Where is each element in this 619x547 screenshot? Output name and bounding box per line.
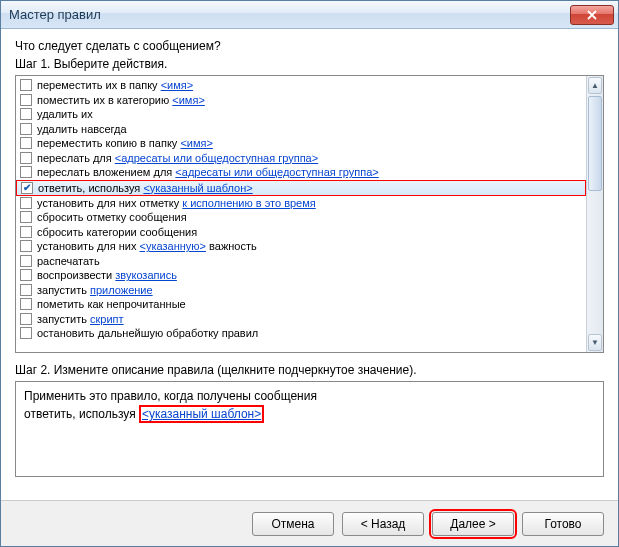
action-row[interactable]: остановить дальнейшую обработку правил — [16, 326, 586, 341]
description-line2: ответить, используя <указанный шаблон> — [24, 405, 595, 423]
scrollbar[interactable]: ▲ ▼ — [586, 76, 603, 352]
action-row[interactable]: удалить навсегда — [16, 122, 586, 137]
action-checkbox[interactable] — [20, 226, 32, 238]
action-checkbox[interactable] — [20, 108, 32, 120]
action-row[interactable]: удалить их — [16, 107, 586, 122]
actions-list-container: переместить их в папку <имя>поместить их… — [15, 75, 604, 353]
description-box: Применить это правило, когда получены со… — [15, 381, 604, 477]
titlebar: Мастер правил — [1, 1, 618, 29]
action-label: переслать вложением для <адресаты или об… — [37, 165, 379, 179]
action-checkbox[interactable] — [20, 152, 32, 164]
action-label: сбросить отметку сообщения — [37, 210, 187, 224]
action-checkbox[interactable] — [20, 137, 32, 149]
step2-label: Шаг 2. Измените описание правила (щелкни… — [15, 363, 604, 377]
action-row[interactable]: распечатать — [16, 254, 586, 269]
action-link[interactable]: <указанный шаблон> — [143, 182, 252, 194]
scroll-up-button[interactable]: ▲ — [588, 77, 602, 94]
action-row[interactable]: установить для них <указанную> важность — [16, 239, 586, 254]
action-checkbox[interactable] — [20, 298, 32, 310]
footer: Отмена < Назад Далее > Готово — [1, 500, 618, 546]
action-checkbox[interactable] — [20, 79, 32, 91]
action-label: удалить их — [37, 107, 93, 121]
action-link[interactable]: к исполнению в это время — [182, 197, 315, 209]
action-link[interactable]: <имя> — [180, 137, 213, 149]
action-checkbox[interactable] — [20, 197, 32, 209]
action-row[interactable]: запустить скрипт — [16, 312, 586, 327]
action-link[interactable]: <адресаты или общедоступная группа> — [175, 166, 378, 178]
action-row[interactable]: ответить, используя <указанный шаблон> — [16, 180, 586, 196]
action-checkbox[interactable] — [20, 123, 32, 135]
window-title: Мастер правил — [9, 7, 570, 22]
action-row[interactable]: переместить копию в папку <имя> — [16, 136, 586, 151]
cancel-button[interactable]: Отмена — [252, 512, 334, 536]
action-checkbox[interactable] — [20, 327, 32, 339]
action-label: поместить их в категорию <имя> — [37, 93, 205, 107]
action-checkbox[interactable] — [20, 313, 32, 325]
action-label: переместить их в папку <имя> — [37, 78, 193, 92]
action-link[interactable]: <адресаты или общедоступная группа> — [115, 152, 318, 164]
action-checkbox[interactable] — [20, 94, 32, 106]
action-checkbox[interactable] — [20, 255, 32, 267]
step1-label: Шаг 1. Выберите действия. — [15, 57, 604, 71]
action-label: запустить приложение — [37, 283, 153, 297]
action-link[interactable]: приложение — [90, 284, 153, 296]
action-link[interactable]: <указанную> — [140, 240, 206, 252]
action-label: воспроизвести звукозапись — [37, 268, 177, 282]
action-row[interactable]: воспроизвести звукозапись — [16, 268, 586, 283]
action-row[interactable]: сбросить категории сообщения — [16, 225, 586, 240]
action-label: сбросить категории сообщения — [37, 225, 197, 239]
action-checkbox[interactable] — [21, 182, 33, 194]
prompt-text: Что следует сделать с сообщением? — [15, 39, 604, 53]
finish-button[interactable]: Готово — [522, 512, 604, 536]
action-label: пометить как непрочитанные — [37, 297, 186, 311]
action-label: установить для них <указанную> важность — [37, 239, 257, 253]
action-link[interactable]: <имя> — [161, 79, 194, 91]
action-row[interactable]: пометить как непрочитанные — [16, 297, 586, 312]
scroll-track[interactable] — [587, 95, 603, 333]
back-button[interactable]: < Назад — [342, 512, 424, 536]
action-link[interactable]: скрипт — [90, 313, 124, 325]
template-link[interactable]: <указанный шаблон> — [142, 407, 261, 421]
action-checkbox[interactable] — [20, 166, 32, 178]
action-label: удалить навсегда — [37, 122, 127, 136]
action-label: переместить копию в папку <имя> — [37, 136, 213, 150]
action-link[interactable]: <имя> — [172, 94, 205, 106]
close-icon — [587, 10, 597, 20]
actions-list[interactable]: переместить их в папку <имя>поместить их… — [16, 76, 586, 352]
action-row[interactable]: переслать для <адресаты или общедоступна… — [16, 151, 586, 166]
action-checkbox[interactable] — [20, 284, 32, 296]
action-checkbox[interactable] — [20, 269, 32, 281]
action-label: остановить дальнейшую обработку правил — [37, 326, 258, 340]
action-row[interactable]: переслать вложением для <адресаты или об… — [16, 165, 586, 180]
action-label: распечатать — [37, 254, 100, 268]
action-label: запустить скрипт — [37, 312, 124, 326]
action-row[interactable]: переместить их в папку <имя> — [16, 78, 586, 93]
scroll-thumb[interactable] — [588, 96, 602, 191]
action-label: переслать для <адресаты или общедоступна… — [37, 151, 318, 165]
next-button[interactable]: Далее > — [432, 512, 514, 536]
action-row[interactable]: поместить их в категорию <имя> — [16, 93, 586, 108]
action-checkbox[interactable] — [20, 240, 32, 252]
action-label: установить для них отметку к исполнению … — [37, 196, 316, 210]
scroll-down-button[interactable]: ▼ — [588, 334, 602, 351]
action-checkbox[interactable] — [20, 211, 32, 223]
description-line1: Применить это правило, когда получены со… — [24, 388, 595, 405]
close-button[interactable] — [570, 5, 614, 25]
action-row[interactable]: установить для них отметку к исполнению … — [16, 196, 586, 211]
action-row[interactable]: запустить приложение — [16, 283, 586, 298]
action-link[interactable]: звукозапись — [115, 269, 177, 281]
action-row[interactable]: сбросить отметку сообщения — [16, 210, 586, 225]
action-label: ответить, используя <указанный шаблон> — [38, 181, 253, 195]
